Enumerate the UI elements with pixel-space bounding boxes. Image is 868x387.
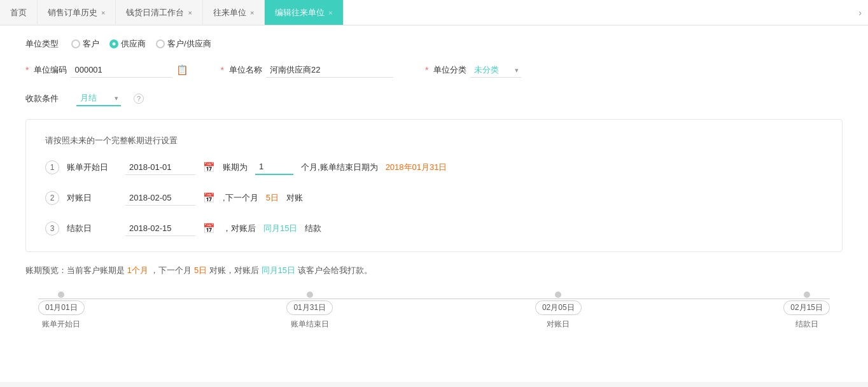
radio-both-label: 客户/供应商 — [167, 38, 211, 50]
timeline-date-box-1: 01月01日 — [38, 300, 85, 315]
timeline-node-1: 01月01日 账单开始日 — [38, 292, 85, 330]
timeline-dot-2 — [307, 292, 313, 298]
step2-highlight: 5日 — [266, 192, 279, 204]
tab-overflow-arrow[interactable]: › — [852, 0, 868, 25]
unit-code-label: 单位编码 — [34, 64, 67, 76]
main-content: 单位类型 客户 供应商 客户/供应商 * 单位编码 📋 * 单位名称 — [0, 25, 868, 382]
unit-category-group: * 单位分类 未分类 ▾ — [425, 62, 521, 78]
radio-supplier-circle — [109, 39, 118, 48]
step-label-1: 账单开始日 — [67, 162, 118, 173]
unit-code-input[interactable] — [71, 62, 172, 78]
radio-supplier[interactable]: 供应商 — [109, 38, 146, 50]
step-label-3: 结款日 — [67, 223, 118, 234]
timeline-label-4: 结款日 — [795, 319, 818, 330]
unit-code-star: * — [25, 65, 29, 75]
tab-home[interactable]: 首页 — [0, 0, 38, 25]
step3-highlight: 同月15日 — [263, 223, 297, 234]
timeline-seg-1 — [85, 311, 287, 311]
step-num-2: 2 — [45, 191, 59, 205]
timeline-node-2: 01月31日 账单结束日 — [286, 292, 333, 330]
step1-period-label: 账期为 — [223, 162, 248, 173]
step-label-2: 对账日 — [67, 192, 118, 204]
step1-end-date: 2018年01月31日 — [386, 162, 447, 173]
preview-sep1: ，下一个月 — [150, 265, 192, 275]
step-row-1: 1 账单开始日 📅 账期为 个月,账单结束日期为 2018年01月31日 — [45, 159, 823, 175]
radio-supplier-label: 供应商 — [121, 38, 146, 50]
timeline-seg-3 — [582, 311, 784, 311]
step2-suffix-before: ,下一个月 — [223, 192, 258, 204]
radio-customer-circle — [71, 39, 80, 48]
preview-prefix: 账期预览：当前客户账期是 — [25, 265, 125, 275]
unit-name-input[interactable] — [266, 62, 393, 78]
step-row-2: 2 对账日 📅 ,下一个月 5日 对账 — [45, 190, 823, 206]
panel-title: 请按照未来的一个完整帐期进行设置 — [45, 135, 823, 146]
preview-section: 账期预览：当前客户账期是 1个月 ，下一个月 5日 对账，对账后 同月15日 该… — [25, 265, 843, 276]
preview-sep2: 对账，对账后 — [209, 265, 259, 275]
timeline-seg-2 — [333, 311, 535, 311]
unit-code-icon[interactable]: 📋 — [176, 64, 188, 76]
unit-name-group: * 单位名称 — [220, 62, 393, 78]
radio-customer[interactable]: 客户 — [71, 38, 99, 50]
step-row-3: 3 结款日 📅 ，对账后 同月15日 结款 — [45, 221, 823, 236]
step1-period-unit: 个月,账单结束日期为 — [301, 162, 378, 173]
payment-label: 收款条件 — [25, 93, 59, 104]
timeline-dot-3 — [555, 292, 561, 298]
tab-home-label: 首页 — [10, 7, 27, 18]
tab-sales-history-label: 销售订单历史 — [48, 7, 97, 18]
step-num-1: 1 — [45, 160, 59, 174]
step1-calendar-icon[interactable]: 📅 — [203, 162, 215, 173]
preview-suffix: 该客户会给我打款。 — [298, 265, 372, 275]
unit-type-label: 单位类型 — [25, 38, 59, 50]
timeline-date-box-2: 01月31日 — [286, 300, 333, 315]
step3-date-input[interactable] — [125, 221, 195, 236]
close-tab-partner[interactable]: × — [250, 9, 254, 17]
tab-edit-partner[interactable]: 编辑往来单位 × — [265, 0, 343, 25]
tab-sales-history[interactable]: 销售订单历史 × — [38, 0, 116, 25]
close-tab-cash-flow[interactable]: × — [188, 9, 192, 17]
tab-partner-label: 往来单位 — [213, 7, 246, 18]
tab-edit-partner-label: 编辑往来单位 — [275, 7, 325, 18]
timeline-date-box-3: 02月05日 — [535, 300, 582, 315]
step2-suffix-after: 对账 — [286, 192, 303, 204]
tab-bar: 首页 销售订单历史 × 钱货日清工作台 × 往来单位 × 编辑往来单位 × › — [0, 0, 868, 25]
timeline-dot-1 — [58, 292, 64, 298]
unit-name-label: 单位名称 — [229, 64, 262, 76]
unit-cat-label: 单位分类 — [433, 64, 466, 76]
radio-both-circle — [156, 39, 165, 48]
preview-part2: 5日 — [194, 265, 207, 275]
radio-both[interactable]: 客户/供应商 — [156, 38, 211, 50]
unit-code-group: * 单位编码 📋 — [25, 62, 188, 78]
preview-part3: 同月15日 — [262, 265, 295, 275]
payment-help-icon[interactable]: ? — [134, 94, 144, 104]
step2-date-input[interactable] — [125, 190, 195, 206]
unit-cat-star: * — [425, 65, 428, 75]
timeline-date-box-4: 02月15日 — [783, 300, 830, 315]
preview-part1: 1个月 — [127, 265, 148, 275]
step3-calendar-icon[interactable]: 📅 — [203, 223, 215, 234]
payment-select-wrapper: 月结 ▾ — [76, 90, 121, 106]
unit-type-row: 单位类型 客户 供应商 客户/供应商 — [25, 38, 843, 50]
step1-date-input[interactable] — [125, 160, 195, 175]
step3-suffix-after: 结款 — [305, 223, 321, 234]
payment-row: 收款条件 月结 ▾ ? — [25, 90, 843, 106]
tab-cash-flow[interactable]: 钱货日清工作台 × — [116, 0, 202, 25]
unit-cat-select-wrapper: 未分类 ▾ — [470, 62, 521, 78]
unit-info-row: * 单位编码 📋 * 单位名称 * 单位分类 未分类 ▾ — [25, 62, 843, 78]
tab-partner[interactable]: 往来单位 × — [203, 0, 265, 25]
timeline-line — [38, 299, 830, 299]
timeline-container: 01月01日 账单开始日 01月31日 账单结束日 02月05日 对账日 — [25, 292, 843, 330]
timeline-dot-4 — [804, 292, 810, 298]
period-panel: 请按照未来的一个完整帐期进行设置 1 账单开始日 📅 账期为 个月,账单结束日期… — [25, 119, 843, 252]
step1-period-input[interactable] — [255, 159, 293, 175]
unit-category-select[interactable]: 未分类 — [470, 62, 521, 78]
timeline-label-3: 对账日 — [547, 319, 570, 330]
step2-calendar-icon[interactable]: 📅 — [203, 192, 215, 204]
step-num-3: 3 — [45, 222, 59, 236]
tab-cash-flow-label: 钱货日清工作台 — [126, 7, 184, 18]
payment-select[interactable]: 月结 — [76, 90, 121, 106]
radio-customer-label: 客户 — [83, 38, 99, 50]
timeline-node-3: 02月05日 对账日 — [535, 292, 582, 330]
timeline-track: 01月01日 账单开始日 01月31日 账单结束日 02月05日 对账日 — [38, 292, 830, 330]
close-tab-sales-history[interactable]: × — [101, 9, 105, 17]
close-tab-edit-partner[interactable]: × — [328, 9, 332, 17]
